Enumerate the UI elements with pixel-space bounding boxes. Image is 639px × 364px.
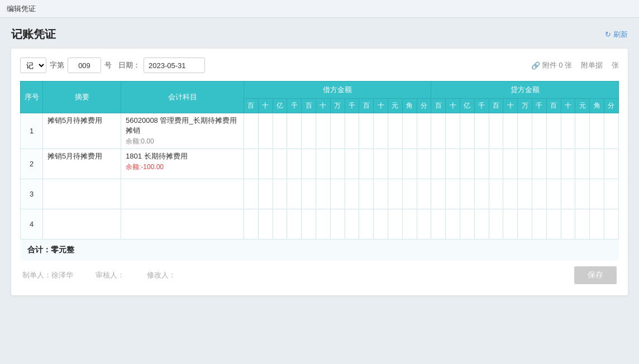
row-debit-col-8[interactable] — [359, 113, 374, 149]
row-credit-col-3[interactable] — [474, 113, 489, 149]
row-credit-col-4[interactable] — [489, 209, 503, 240]
row-credit-col-11[interactable] — [590, 209, 604, 240]
row-debit-col-7[interactable] — [345, 179, 359, 209]
row-credit-col-0[interactable] — [431, 149, 446, 179]
row-credit-col-2[interactable] — [460, 149, 474, 179]
row-debit-col-3[interactable] — [287, 179, 302, 209]
row-debit-col-10[interactable] — [388, 113, 402, 149]
row-debit-col-5[interactable] — [316, 179, 330, 209]
row-credit-col-11[interactable] — [590, 113, 604, 149]
row-debit-col-4[interactable] — [302, 149, 316, 179]
row-debit-col-2[interactable] — [273, 149, 287, 179]
row-credit-col-8[interactable] — [546, 149, 561, 179]
row-debit-col-5[interactable] — [316, 209, 330, 240]
row-summary-4[interactable] — [43, 209, 121, 240]
row-debit-col-2[interactable] — [273, 113, 287, 149]
row-credit-col-5[interactable] — [503, 149, 518, 179]
row-debit-col-11[interactable] — [402, 113, 417, 149]
row-debit-col-4[interactable] — [302, 179, 316, 209]
row-credit-col-11[interactable] — [590, 179, 604, 209]
row-credit-col-9[interactable] — [561, 149, 575, 179]
row-debit-col-8[interactable] — [359, 209, 374, 240]
voucher-number-input[interactable] — [68, 58, 101, 73]
row-debit-col-12[interactable] — [417, 149, 431, 179]
row-account-1[interactable]: 56020008 管理费用_长期待摊费用摊销余额:0.00 — [121, 113, 244, 149]
row-credit-col-4[interactable] — [489, 149, 503, 179]
row-credit-col-5[interactable] — [503, 209, 518, 240]
row-debit-col-9[interactable] — [374, 209, 388, 240]
row-account-2[interactable]: 1801 长期待摊费用余额:-100.00 — [121, 149, 244, 179]
row-credit-col-5[interactable] — [503, 179, 518, 209]
row-debit-col-12[interactable] — [417, 209, 431, 240]
attachment-link[interactable]: 🔗 附件 0 张 — [531, 60, 572, 70]
row-credit-col-2[interactable] — [460, 179, 474, 209]
row-summary-1[interactable]: 摊销5月待摊费用 — [43, 113, 121, 149]
row-debit-col-1[interactable] — [258, 209, 273, 240]
row-credit-col-6[interactable] — [518, 113, 532, 149]
date-input[interactable] — [144, 58, 205, 73]
row-credit-col-4[interactable] — [489, 179, 503, 209]
row-credit-col-11[interactable] — [590, 149, 604, 179]
row-credit-col-5[interactable] — [503, 113, 518, 149]
row-debit-col-7[interactable] — [345, 149, 359, 179]
row-debit-col-3[interactable] — [287, 149, 302, 179]
row-debit-col-0[interactable] — [244, 149, 259, 179]
row-debit-col-12[interactable] — [417, 113, 431, 149]
voucher-type-select[interactable]: 记 — [20, 58, 46, 73]
row-debit-col-11[interactable] — [402, 149, 417, 179]
row-debit-col-10[interactable] — [388, 179, 402, 209]
row-debit-col-10[interactable] — [388, 149, 402, 179]
row-credit-col-9[interactable] — [561, 209, 575, 240]
row-debit-col-7[interactable] — [345, 113, 359, 149]
row-credit-col-1[interactable] — [446, 113, 460, 149]
row-credit-col-9[interactable] — [561, 179, 575, 209]
row-credit-col-7[interactable] — [532, 179, 546, 209]
row-credit-col-7[interactable] — [532, 113, 546, 149]
row-debit-col-0[interactable] — [244, 179, 259, 209]
row-debit-col-11[interactable] — [402, 179, 417, 209]
row-summary-3[interactable] — [43, 179, 121, 209]
row-credit-col-0[interactable] — [431, 179, 446, 209]
row-debit-col-8[interactable] — [359, 179, 374, 209]
row-credit-col-10[interactable] — [575, 179, 590, 209]
row-credit-col-12[interactable] — [604, 113, 618, 149]
row-debit-col-4[interactable] — [302, 113, 316, 149]
row-credit-col-6[interactable] — [518, 179, 532, 209]
row-debit-col-9[interactable] — [374, 113, 388, 149]
row-debit-col-2[interactable] — [273, 179, 287, 209]
row-debit-col-5[interactable] — [316, 149, 330, 179]
row-debit-col-8[interactable] — [359, 149, 374, 179]
row-debit-col-1[interactable] — [258, 179, 273, 209]
row-credit-col-2[interactable] — [460, 209, 474, 240]
row-credit-col-10[interactable] — [575, 149, 590, 179]
row-credit-col-0[interactable] — [431, 113, 446, 149]
row-debit-col-4[interactable] — [302, 209, 316, 240]
row-debit-col-5[interactable] — [316, 113, 330, 149]
refresh-button[interactable]: ↻ 刷新 — [605, 30, 628, 40]
save-button[interactable]: 保存 — [574, 266, 617, 284]
row-credit-col-8[interactable] — [546, 179, 561, 209]
row-credit-col-0[interactable] — [431, 209, 446, 240]
row-debit-col-2[interactable] — [273, 209, 287, 240]
row-credit-col-8[interactable] — [546, 113, 561, 149]
row-debit-col-6[interactable] — [330, 113, 345, 149]
row-credit-col-6[interactable] — [518, 209, 532, 240]
row-credit-col-4[interactable] — [489, 113, 503, 149]
row-credit-col-7[interactable] — [532, 149, 546, 179]
row-debit-col-9[interactable] — [374, 179, 388, 209]
row-summary-2[interactable]: 摊销5月待摊费用 — [43, 149, 121, 179]
row-credit-col-3[interactable] — [474, 149, 489, 179]
row-debit-col-6[interactable] — [330, 179, 345, 209]
row-credit-col-12[interactable] — [604, 179, 618, 209]
row-credit-col-3[interactable] — [474, 179, 489, 209]
row-credit-col-12[interactable] — [604, 209, 618, 240]
row-debit-col-11[interactable] — [402, 209, 417, 240]
row-debit-col-0[interactable] — [244, 209, 259, 240]
row-credit-col-3[interactable] — [474, 209, 489, 240]
row-debit-col-12[interactable] — [417, 179, 431, 209]
row-debit-col-9[interactable] — [374, 149, 388, 179]
row-credit-col-7[interactable] — [532, 209, 546, 240]
row-credit-col-8[interactable] — [546, 209, 561, 240]
row-credit-col-1[interactable] — [446, 209, 460, 240]
row-account-3[interactable] — [121, 179, 244, 209]
